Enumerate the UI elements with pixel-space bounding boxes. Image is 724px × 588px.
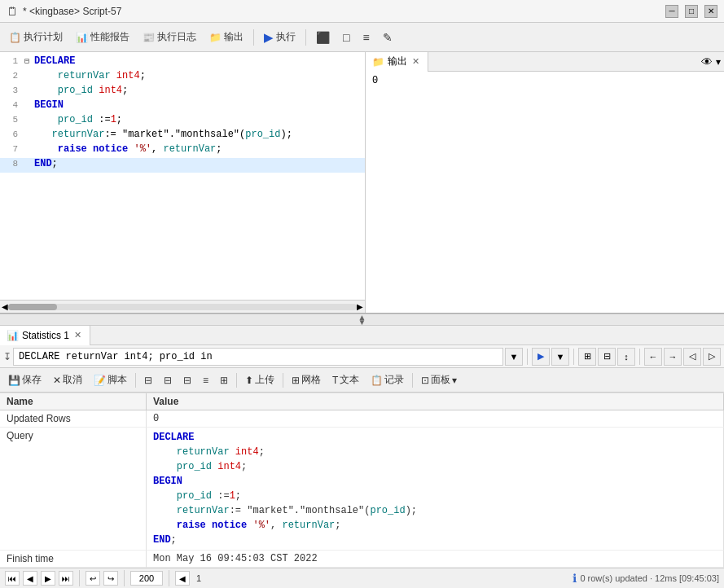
save-icon: 💾 — [8, 375, 20, 386]
query-bar: ↧ ▼ ▶ ▼ ⊞ ⊟ ↕ ← → ◁ ▷ — [0, 345, 724, 368]
line-number-8: 8 — [0, 159, 24, 169]
action-toolbar: 💾 保存 ✕ 取消 📝 脚本 ⊟ ⊟ ⊟ ≡ ⊞ ⬆ 上传 — [0, 368, 724, 393]
title-bar: 🗒 * <kingbase> Script-57 ─ □ ✕ — [0, 0, 724, 23]
line-number-4: 4 — [0, 100, 24, 110]
nav-next-button[interactable]: ▶ — [41, 571, 55, 586]
resize-handle[interactable]: ▲ ▼ — [0, 314, 724, 326]
text-icon: T — [332, 375, 338, 386]
editor-panel[interactable]: 1 ⊟ DECLARE 2 returnVar int4; 3 pro_id i… — [0, 52, 366, 313]
page-nav-button[interactable]: ◀ — [175, 571, 190, 586]
text-view-button[interactable]: T 文本 — [327, 371, 364, 390]
output-tab[interactable]: 📁 输出 ✕ — [366, 52, 428, 72]
query-proid: pro_id int4; — [153, 459, 717, 474]
output-panel: 📁 输出 ✕ 👁 ▾ 0 — [366, 52, 724, 313]
nav-left-button[interactable]: ◁ — [683, 348, 701, 366]
resize-arrows: ▲ ▼ — [358, 315, 366, 325]
format-button[interactable]: ≡ — [357, 26, 375, 49]
line-indicator-1: ⊟ — [24, 56, 34, 66]
app-icon: 🗒 — [7, 5, 18, 18]
header-value: Value — [147, 393, 724, 410]
nav-back-button[interactable]: ← — [644, 348, 662, 366]
script-action-button[interactable]: 📝 脚本 — [89, 371, 132, 390]
maximize-button[interactable]: □ — [685, 5, 698, 18]
editor-content[interactable]: 1 ⊟ DECLARE 2 returnVar int4; 3 pro_id i… — [0, 52, 365, 300]
nav-first-button[interactable]: ⏮ — [5, 571, 20, 586]
eye-icon[interactable]: 👁 — [701, 55, 713, 68]
action-btn-4[interactable]: ≡ — [198, 371, 213, 390]
query-run-button[interactable]: ▶ — [532, 348, 550, 366]
stats-tab-bar: 📊 Statistics 1 ✕ — [0, 326, 724, 345]
action-sep-3 — [283, 373, 283, 388]
upload-button[interactable]: ⬆ 上传 — [240, 371, 279, 390]
chevron-down-icon[interactable]: ▾ — [716, 56, 721, 68]
scroll-left-icon[interactable]: ◀ — [2, 302, 8, 311]
grid-view-button[interactable]: ⊞ 网格 — [287, 371, 326, 390]
action-btn-3[interactable]: ⊟ — [178, 371, 196, 390]
nav-prev-button[interactable]: ◀ — [23, 571, 37, 586]
main-toolbar: 📋 执行计划 📊 性能报告 📰 执行日志 📁 输出 ▶ 执行 ⬛ □ ≡ ✎ — [0, 23, 724, 52]
script-icon: 📝 — [94, 375, 106, 386]
filter-icon-button[interactable]: ⊞ — [578, 348, 596, 366]
nav-forward-button[interactable]: → — [664, 348, 682, 366]
output-button[interactable]: 📁 输出 — [204, 26, 249, 49]
scroll-right-icon[interactable]: ▶ — [357, 302, 363, 311]
stop-button[interactable]: ⬛ — [310, 26, 336, 49]
output-tab-icon: 📁 — [372, 56, 384, 68]
query-begin: BEGIN — [153, 474, 717, 489]
col-filter-button[interactable]: ⊟ — [598, 348, 616, 366]
output-tab-close[interactable]: ✕ — [410, 56, 421, 67]
action-btn-1[interactable]: ⊟ — [139, 371, 157, 390]
editor-line-1: 1 ⊟ DECLARE — [0, 55, 365, 70]
query-filter-input[interactable] — [13, 348, 503, 366]
performance-report-button[interactable]: 📊 性能报告 — [70, 26, 135, 49]
scrollbar-track[interactable] — [8, 304, 357, 310]
statistics-tab[interactable]: 📊 Statistics 1 ✕ — [0, 326, 90, 345]
close-button[interactable]: ✕ — [704, 5, 717, 18]
edit-button[interactable]: ✎ — [377, 26, 398, 49]
editor-line-6: 6 returnVar:= "market"."monthsale"(pro_i… — [0, 129, 365, 143]
record-icon: 📋 — [371, 375, 383, 386]
line-code-8: END; — [34, 158, 358, 169]
cancel-action-button[interactable]: ✕ 取消 — [48, 371, 87, 390]
editor-line-2: 2 returnVar int4; — [0, 70, 365, 85]
record-view-button[interactable]: 📋 记录 — [366, 371, 409, 390]
stats-tab-close[interactable]: ✕ — [72, 330, 83, 340]
page-size-input[interactable] — [130, 571, 163, 586]
output-value: 0 — [372, 75, 378, 86]
query-dropdown-button[interactable]: ▼ — [505, 348, 523, 366]
stat-name-finish-time: Finish time — [0, 551, 147, 568]
filter-prefix-icon: ↧ — [3, 351, 11, 362]
clear-button[interactable]: □ — [337, 26, 355, 49]
stat-name-updated-rows: Updated Rows — [0, 410, 147, 428]
editor-h-scrollbar[interactable]: ◀ ▶ — [0, 300, 365, 313]
nav-last-button[interactable]: ⏭ — [59, 571, 73, 586]
action-btn-2[interactable]: ⊟ — [159, 371, 177, 390]
execute-button[interactable]: ▶ 执行 — [258, 26, 301, 49]
execution-log-icon: 📰 — [143, 32, 155, 43]
query-options-button[interactable]: ▼ — [551, 348, 569, 366]
clear-icon: □ — [343, 31, 349, 44]
line-number-5: 5 — [0, 115, 24, 125]
status-sep-3 — [169, 570, 169, 586]
editor-line-8: 8 END; — [0, 158, 365, 173]
save-action-button[interactable]: 💾 保存 — [3, 371, 46, 390]
undo-button[interactable]: ↩ — [86, 571, 100, 586]
edit-icon: ✎ — [383, 31, 393, 44]
sort-button[interactable]: ↕ — [617, 348, 635, 366]
line-number-1: 1 — [0, 56, 24, 66]
performance-report-icon: 📊 — [76, 32, 88, 43]
redo-button[interactable]: ↪ — [103, 571, 118, 586]
query-sep-2 — [573, 349, 574, 365]
panel-view-button[interactable]: ⊡ 面板 ▾ — [416, 371, 462, 390]
execution-log-button[interactable]: 📰 执行日志 — [137, 26, 202, 49]
panel-dropdown-icon: ▾ — [452, 375, 457, 386]
minimize-button[interactable]: ─ — [665, 5, 678, 18]
nav-right-button[interactable]: ▷ — [703, 348, 721, 366]
stop-icon: ⬛ — [316, 31, 330, 44]
action-btn-5[interactable]: ⊞ — [215, 371, 233, 390]
scrollbar-thumb[interactable] — [8, 304, 57, 310]
stat-value-query: DECLARE returnVar int4; pro_id int4; BEG… — [147, 428, 724, 551]
execution-plan-button[interactable]: 📋 执行计划 — [3, 26, 68, 49]
output-content: 0 — [366, 72, 724, 313]
line-number-2: 2 — [0, 71, 24, 81]
